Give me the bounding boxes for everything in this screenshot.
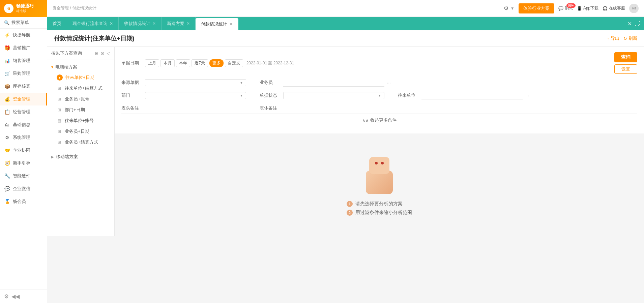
headset-icon: 🎧 <box>603 6 608 11</box>
counterpart-input[interactable] <box>421 91 523 99</box>
tab-bar: 首页 现金银行流水查询 ✕ 收款情况统计 ✕ 新建方案 ✕ 付款情况统计 ✕ ✕… <box>47 17 644 30</box>
robot-head <box>369 157 389 174</box>
sidebar-item-marketing[interactable]: 🎁 营销推广 <box>0 41 47 54</box>
message-button[interactable]: 💬 消息 99+ <box>558 5 573 11</box>
online-service-label: 在线客服 <box>609 5 625 11</box>
date-btn-last-month[interactable]: 上月 <box>145 59 159 67</box>
date-btn-custom[interactable]: 自定义 <box>225 59 243 67</box>
export-label: 导出 <box>611 35 619 41</box>
tab-new[interactable]: 新建方案 ✕ <box>162 17 196 30</box>
tab-payment-label: 付款情况统计 <box>201 21 227 27</box>
filter-area: 单据日期 上月 本月 本年 近7天 更多 自定义 2022-01-01 至 20… <box>115 47 644 132</box>
counterpart-dots-btn[interactable]: ··· <box>524 93 530 98</box>
sidebar-item-system[interactable]: ⚙ 系统管理 <box>0 131 47 144</box>
tab-payment-close[interactable]: ✕ <box>229 22 233 27</box>
search-icon: 🔍 <box>4 20 9 25</box>
sidebar-collapse-btn[interactable]: ◀◀ <box>11 293 20 300</box>
sidebar-item-sales[interactable]: 📊 销售管理 <box>0 54 47 67</box>
table-header-note-input[interactable] <box>145 104 246 112</box>
sidebar-item-label: 基础信息 <box>13 122 30 128</box>
salesman-dots-btn[interactable]: ··· <box>386 80 392 85</box>
table-body-note-input[interactable] <box>283 104 384 112</box>
refresh-icon: ↻ <box>623 36 627 41</box>
scheme-item-label: 往来单位+日期 <box>65 74 94 81</box>
filter-results-area: 单据日期 上月 本月 本年 近7天 更多 自定义 2022-01-01 至 20… <box>115 47 644 236</box>
tab-home[interactable]: 首页 <box>47 17 67 30</box>
app-download-button[interactable]: 📱 App下载 <box>577 5 598 11</box>
empty-hint-1: 1 请先选择要分析的方案 <box>347 201 403 207</box>
hint-number-1: 1 <box>347 201 353 207</box>
sidebar-item-hardware[interactable]: 🔧 智能硬件 <box>0 170 47 182</box>
dropdown-arrow-icon[interactable]: ▼ <box>510 6 515 11</box>
sidebar-item-basic[interactable]: 🗂 基础信息 <box>0 118 47 131</box>
tab-payment[interactable]: 付款情况统计 ✕ <box>196 18 238 30</box>
filter-row-notes: 表头备注 表体备注 <box>121 104 597 112</box>
scheme-item-unit-settle[interactable]: ⊞ 往来单位+结算方式 <box>47 83 114 94</box>
tab-receipts-close[interactable]: ✕ <box>152 21 156 26</box>
sidebar-item-guide[interactable]: 🧭 新手引导 <box>0 157 47 170</box>
sidebar-item-operations[interactable]: 📋 经营管理 <box>0 105 47 118</box>
date-btn-this-year[interactable]: 本年 <box>176 59 190 67</box>
scheme-collapse-btn[interactable]: ◁ <box>107 51 110 56</box>
hint-text-1: 请先选择要分析的方案 <box>355 201 403 207</box>
app-download-label: App下载 <box>583 5 598 11</box>
salesman-input[interactable] <box>283 79 384 87</box>
sidebar-item-inventory[interactable]: 📦 库存核算 <box>0 80 47 93</box>
sidebar-item-quicknav[interactable]: ⚡ 快捷导航 <box>0 29 47 41</box>
hint-text-2: 用过滤条件来缩小分析范围 <box>355 210 412 216</box>
query-button[interactable]: 查询 <box>614 52 637 62</box>
scheme-item-unit-date[interactable]: ● 往来单位+日期 <box>47 72 114 83</box>
sidebar-item-purchase[interactable]: 🛒 采购管理 <box>0 67 47 80</box>
user-avatar[interactable]: Rit <box>629 4 639 13</box>
refresh-button[interactable]: ↻ 刷新 <box>623 35 637 41</box>
scheme-header: 按以下方案查询 ⊕ ⊛ ◁ <box>47 47 114 60</box>
sidebar-item-wechat[interactable]: 💬 企业微信 <box>0 182 47 195</box>
scheme-add-btn[interactable]: ⊕ <box>94 51 98 56</box>
tab-bank-close[interactable]: ✕ <box>110 21 113 26</box>
tab-receipts-label: 收款情况统计 <box>124 21 150 27</box>
dept-select[interactable]: ▼ <box>145 92 246 99</box>
sidebar-item-label: 经营管理 <box>13 109 30 115</box>
settings-gear-icon[interactable]: ⚙ <box>504 5 508 11</box>
sidebar-settings-btn[interactable]: ⚙ <box>4 293 9 300</box>
sidebar: 6 畅捷通巧 标准版 🔍 搜索菜单 ⚡ 快捷导航 🎁 营销推广 📊 销售管理 🛒… <box>0 0 47 303</box>
salesman-label: 业务员 <box>260 80 283 86</box>
tab-expand-icon[interactable]: ⛶ <box>635 21 640 27</box>
sidebar-item-collab[interactable]: 🤝 企业协同 <box>0 144 47 157</box>
sidebar-search[interactable]: 🔍 搜索菜单 <box>0 17 47 29</box>
scheme-desktop-title[interactable]: ▾ 电脑端方案 <box>47 62 114 72</box>
date-btn-this-month[interactable]: 本月 <box>160 59 175 67</box>
member-icon: 🏅 <box>4 199 10 205</box>
source-select[interactable]: ▼ <box>145 79 246 86</box>
tab-close-all-icon[interactable]: ✕ <box>627 21 632 27</box>
scheme-item-unit-account[interactable]: ▦ 往来单位+账号 <box>47 115 114 126</box>
hardware-icon: 🔧 <box>4 173 10 179</box>
scheme-item-label: 部门+日期 <box>65 107 85 113</box>
sidebar-item-capital[interactable]: 💰 资金管理 <box>0 93 47 105</box>
sidebar-item-label: 资金管理 <box>13 96 30 102</box>
scheme-mobile-group: ▶ 移动端方案 <box>47 150 114 164</box>
empty-hint-2: 2 用过滤条件来缩小分析范围 <box>347 210 412 216</box>
tab-bank[interactable]: 现金银行流水查询 ✕ <box>67 17 119 30</box>
settings-button[interactable]: 设置 <box>614 64 637 74</box>
online-service-button[interactable]: 🎧 在线客服 <box>603 5 625 11</box>
scheme-item-staff-settle[interactable]: ⊞ 业务员+结算方式 <box>47 137 114 148</box>
grid-icon-5: ⊞ <box>57 140 62 145</box>
scheme-item-staff-account[interactable]: ⊞ 业务员+账号 <box>47 94 114 104</box>
scheme-mobile-title[interactable]: ▶ 移动端方案 <box>47 152 114 162</box>
date-btn-more[interactable]: 更多 <box>209 59 224 67</box>
tab-receipts[interactable]: 收款情况统计 ✕ <box>119 17 162 30</box>
grid-icon-3: ⊞ <box>57 107 62 113</box>
sidebar-item-label: 销售管理 <box>13 58 30 64</box>
trial-button[interactable]: 体验行业方案 <box>519 3 554 13</box>
export-button[interactable]: ↑ 导出 <box>607 35 620 41</box>
date-btn-7days[interactable]: 近7天 <box>192 59 208 67</box>
source-arrow-icon: ▼ <box>240 81 243 85</box>
sidebar-item-member[interactable]: 🏅 畅会员 <box>0 195 47 208</box>
voucher-status-select[interactable]: ▼ <box>283 92 384 99</box>
tab-new-close[interactable]: ✕ <box>186 21 190 26</box>
scheme-item-staff-date[interactable]: ⊞ 业务员+日期 <box>47 126 114 137</box>
scheme-item-dept-date[interactable]: ⊞ 部门+日期 <box>47 104 114 115</box>
collapse-bar[interactable]: ∧∧ 收起更多条件 <box>121 114 637 127</box>
scheme-settings-btn[interactable]: ⊛ <box>100 51 105 56</box>
